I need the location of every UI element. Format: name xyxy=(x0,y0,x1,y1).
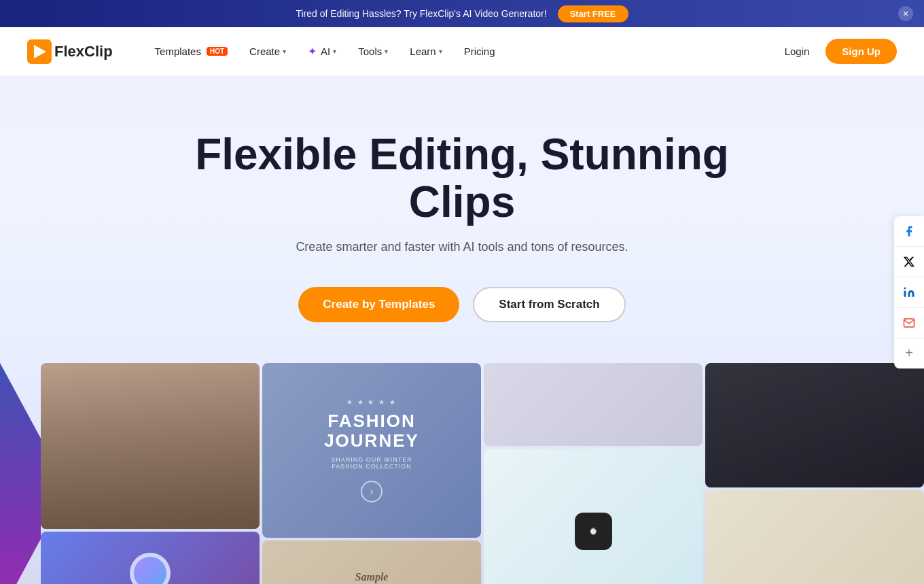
linkedin-icon xyxy=(903,286,915,298)
gallery-col-1 xyxy=(41,363,260,584)
gallery-col-3: ⌚ xyxy=(484,363,703,584)
learn-chevron-icon: ▾ xyxy=(439,48,442,55)
left-geometric-shape xyxy=(0,363,41,584)
banner-text: Tired of Editing Hassles? Try FlexClip's… xyxy=(296,8,546,19)
logo-link[interactable]: FlexClip xyxy=(27,39,113,64)
tools-label: Tools xyxy=(358,46,382,57)
logo-text: FlexClip xyxy=(54,43,113,61)
nav-item-create[interactable]: Create ▾ xyxy=(240,40,296,63)
start-scratch-button[interactable]: Start from Scratch xyxy=(473,287,625,322)
gallery-strip: ★ ★ ★ ★ ★ FASHIONJOURNEY SHARING OUR WIN… xyxy=(0,363,924,584)
gallery-inner: ★ ★ ★ ★ ★ FASHIONJOURNEY SHARING OUR WIN… xyxy=(41,363,924,584)
nav-item-tools[interactable]: Tools ▾ xyxy=(349,40,397,63)
svg-point-2 xyxy=(904,287,906,289)
gallery-card-wedding: Sample xyxy=(262,540,481,584)
templates-label: Templates xyxy=(155,46,201,57)
banner-close-button[interactable]: × xyxy=(898,6,913,21)
signup-button[interactable]: Sign Up xyxy=(825,39,897,64)
abstract-ring xyxy=(130,553,171,584)
logo-icon xyxy=(27,39,52,64)
nav-links: Templates HOT Create ▾ ✦ AI ▾ Tools ▾ Le… xyxy=(145,39,777,63)
create-templates-button[interactable]: Create by Templates xyxy=(298,287,459,322)
twitter-icon xyxy=(903,256,915,268)
ai-star-icon: ✦ xyxy=(308,45,317,58)
login-button[interactable]: Login xyxy=(777,40,818,63)
pricing-label: Pricing xyxy=(464,46,495,57)
top-banner: Tired of Editing Hassles? Try FlexClip's… xyxy=(0,0,924,27)
tools-chevron-icon: ▾ xyxy=(385,48,388,55)
more-share-button[interactable]: + xyxy=(894,339,924,368)
gallery-card-fashion: ★ ★ ★ ★ ★ FASHIONJOURNEY SHARING OUR WIN… xyxy=(262,363,481,538)
gallery-col-2: ★ ★ ★ ★ ★ FASHIONJOURNEY SHARING OUR WIN… xyxy=(262,363,481,584)
hero-subtitle: Create smarter and faster with AI tools … xyxy=(296,240,628,254)
ai-label: AI xyxy=(321,46,330,57)
navbar: FlexClip Templates HOT Create ▾ ✦ AI ▾ T… xyxy=(0,27,924,76)
email-icon xyxy=(903,317,915,329)
hero-buttons: Create by Templates Start from Scratch xyxy=(298,287,625,322)
banner-cta-button[interactable]: Start FREE xyxy=(558,5,628,22)
gallery-card-watch: ⌚ xyxy=(484,449,703,584)
linkedin-share-button[interactable] xyxy=(894,277,924,307)
fashion-title: FASHIONJOURNEY xyxy=(324,411,419,450)
fashion-subtitle: SHARING OUR WINTERFASHION COLLECTION xyxy=(331,456,412,470)
hero-section: Flexible Editing, Stunning Clips Create … xyxy=(0,76,924,363)
hot-badge: HOT xyxy=(207,47,228,56)
gallery-card-abstract xyxy=(41,532,260,584)
social-sidebar: + xyxy=(894,216,924,368)
facebook-icon xyxy=(903,225,915,237)
nav-item-templates[interactable]: Templates HOT xyxy=(145,40,237,63)
gallery-card-light xyxy=(484,363,703,446)
facebook-share-button[interactable] xyxy=(894,216,924,246)
email-share-button[interactable] xyxy=(894,308,924,338)
plus-icon: + xyxy=(905,345,913,361)
gallery-col-4 xyxy=(705,363,924,584)
nav-item-learn[interactable]: Learn ▾ xyxy=(400,40,451,63)
create-label: Create xyxy=(249,46,280,57)
nav-item-pricing[interactable]: Pricing xyxy=(455,40,505,63)
gallery-card-misc xyxy=(705,490,924,584)
gallery-card-woman xyxy=(41,363,260,529)
hero-title: Flexible Editing, Stunning Clips xyxy=(156,131,768,226)
gallery-card-dark-portrait xyxy=(705,363,924,487)
nav-right: Login Sign Up xyxy=(777,39,897,64)
watch-icon: ⌚ xyxy=(575,513,612,550)
learn-label: Learn xyxy=(410,46,436,57)
create-chevron-icon: ▾ xyxy=(283,48,286,55)
twitter-share-button[interactable] xyxy=(894,247,924,277)
ai-chevron-icon: ▾ xyxy=(333,48,336,55)
nav-item-ai[interactable]: ✦ AI ▾ xyxy=(298,39,346,63)
